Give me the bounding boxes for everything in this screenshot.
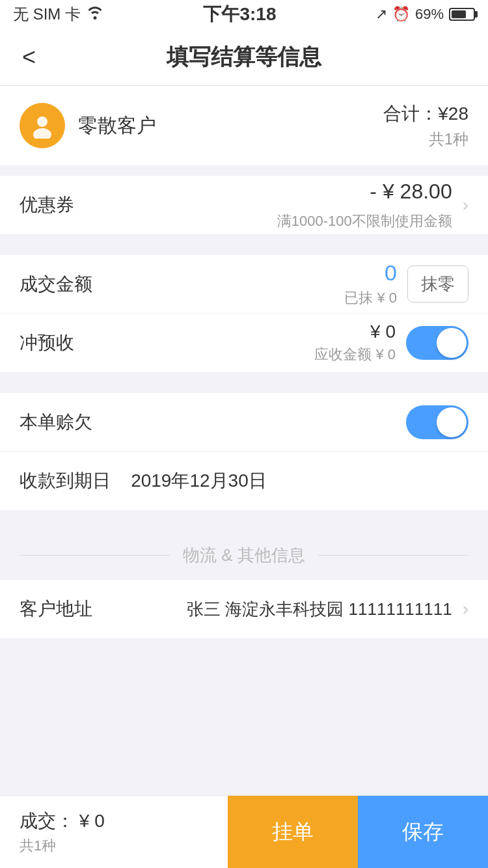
- battery-label: 69%: [415, 6, 444, 23]
- coupon-right: - ¥ 28.00 满1000-100不限制使用金额 ›: [277, 180, 468, 231]
- due-date-value[interactable]: 2019年12月30日: [131, 470, 267, 491]
- footer-count: 共1种: [20, 836, 208, 856]
- nav-bar: < 填写结算等信息: [0, 29, 488, 86]
- due-date-label: 收款到期日 2019年12月30日: [20, 468, 267, 493]
- address-chevron-icon: ›: [463, 599, 468, 619]
- footer-deal: 成交： ¥ 0: [20, 809, 208, 834]
- location-icon: ↗: [375, 6, 387, 23]
- battery-icon: [449, 8, 475, 21]
- page-title: 填写结算等信息: [167, 42, 321, 72]
- footer-deal-label: 成交：: [20, 811, 74, 831]
- credit-section: 本单赊欠 收款到期日 2019年12月30日: [0, 393, 488, 510]
- carrier-label: 无 SIM 卡: [13, 4, 81, 25]
- credit-row: 本单赊欠: [0, 393, 488, 452]
- credit-toggle-knob: [437, 407, 467, 437]
- content-area: 零散客户 合计：¥28 共1种 优惠券 - ¥ 28.00 满1000-100不…: [0, 86, 488, 727]
- prepayment-value: ¥ 0: [370, 321, 396, 342]
- separator-2: [0, 383, 488, 393]
- prepayment-sub: 应收金额 ¥ 0: [314, 345, 396, 364]
- prepayment-label: 冲预收: [20, 331, 74, 355]
- customer-section: 零散客户 合计：¥28 共1种: [0, 86, 488, 165]
- customer-count: 共1种: [383, 129, 468, 150]
- transaction-value[interactable]: 0: [385, 260, 397, 286]
- transaction-sub: 已抹 ¥ 0: [344, 288, 397, 308]
- pending-button[interactable]: 挂单: [228, 796, 358, 868]
- transaction-row: 成交金额 0 已抹 ¥ 0 抹零: [0, 255, 488, 314]
- credit-right: [406, 405, 468, 439]
- coupon-desc: 满1000-100不限制使用金额: [277, 211, 452, 231]
- customer-avatar: [20, 103, 65, 148]
- address-value: 张三 海淀永丰科技园 11111111111: [187, 598, 452, 621]
- coupon-row[interactable]: 优惠券 - ¥ 28.00 满1000-100不限制使用金额 ›: [0, 176, 488, 234]
- separator-3: [0, 521, 488, 531]
- toggle-knob: [437, 328, 467, 358]
- customer-name: 零散客户: [78, 113, 156, 139]
- status-right: ↗ ⏰ 69%: [375, 6, 475, 23]
- logistics-label: 物流 & 其他信息: [183, 544, 305, 567]
- footer: 成交： ¥ 0 共1种 挂单 保存: [0, 795, 488, 868]
- back-button[interactable]: <: [16, 37, 42, 77]
- credit-label: 本单赊欠: [20, 410, 92, 435]
- prepayment-row: 冲预收 ¥ 0 应收金额 ¥ 0: [0, 314, 488, 372]
- address-label: 客户地址: [20, 597, 92, 621]
- transaction-label: 成交金额: [20, 272, 92, 297]
- credit-toggle[interactable]: [406, 405, 468, 439]
- status-time: 下午3:18: [203, 2, 276, 27]
- due-date-row: 收款到期日 2019年12月30日: [0, 452, 488, 510]
- prepayment-right: ¥ 0 应收金额 ¥ 0: [314, 321, 468, 364]
- customer-total: 合计：¥28: [383, 102, 468, 126]
- footer-deal-amount: ¥ 0: [79, 811, 105, 831]
- coupon-label: 优惠券: [20, 193, 74, 217]
- svg-point-0: [37, 116, 47, 127]
- address-right: 张三 海淀永丰科技园 11111111111 ›: [187, 598, 468, 621]
- round-zero-button[interactable]: 抹零: [407, 265, 468, 303]
- prepayment-toggle[interactable]: [406, 326, 468, 360]
- address-section[interactable]: 客户地址 张三 海淀永丰科技园 11111111111 ›: [0, 580, 488, 638]
- wifi-icon: [86, 5, 104, 23]
- coupon-section[interactable]: 优惠券 - ¥ 28.00 满1000-100不限制使用金额 ›: [0, 176, 488, 234]
- svg-point-1: [33, 128, 51, 139]
- transaction-section: 成交金额 0 已抹 ¥ 0 抹零 冲预收 ¥ 0 应收金额 ¥ 0: [0, 255, 488, 372]
- separator-1: [0, 245, 488, 255]
- alarm-icon: ⏰: [392, 6, 410, 23]
- coupon-value: - ¥ 28.00: [370, 180, 452, 204]
- chevron-right-icon: ›: [463, 195, 468, 215]
- address-row[interactable]: 客户地址 张三 海淀永丰科技园 11111111111 ›: [0, 580, 488, 638]
- logistics-divider: 物流 & 其他信息: [0, 531, 488, 580]
- customer-right: 合计：¥28 共1种: [383, 102, 468, 150]
- transaction-right: 0 已抹 ¥ 0 抹零: [344, 260, 468, 308]
- status-left: 无 SIM 卡: [13, 4, 104, 25]
- status-bar: 无 SIM 卡 下午3:18 ↗ ⏰ 69%: [0, 0, 488, 29]
- save-button[interactable]: 保存: [358, 796, 488, 868]
- footer-summary: 成交： ¥ 0 共1种: [0, 796, 228, 868]
